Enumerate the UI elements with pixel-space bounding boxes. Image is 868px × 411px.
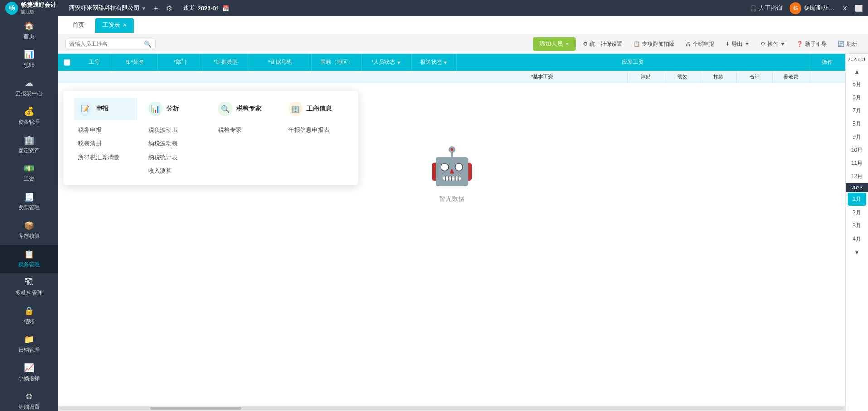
tax-icon: 📋 [24,249,34,259]
operate-icon: ⚙ [761,41,766,47]
calendar-months-current: 1月2月3月4月 [846,192,868,246]
menu-col-shenb: 📝 申报 税务申报税表清册所得税汇算清缴 [71,98,141,178]
guide-icon: ❓ [796,41,803,47]
main-layout: 🏠首页📊总账☁云报表中心💰资金管理🏢固定资产💵工资🧾发票管理📦库存核算📋税务管理… [0,16,868,411]
settings-icon-button[interactable]: ⚙ [164,3,174,14]
calendar-icon[interactable]: 📅 [222,5,229,12]
calendar-nav-down[interactable]: ▼ [846,246,868,258]
sub-col-performance: 绩效 [664,71,700,83]
guide-button[interactable]: ❓ 新手引导 [793,39,830,50]
refresh-button[interactable]: 🔄 刷新 [834,39,861,50]
cal-month-3月[interactable]: 3月 [846,219,868,232]
sidebar-item-tax[interactable]: 📋税务管理 [0,245,58,273]
col-send-status: 报送状态 ▼ [412,54,457,71]
sidebar-item-report[interactable]: 📈小畅报销 [0,358,58,387]
invoice-icon: 🧾 [24,192,34,202]
add-company-button[interactable]: ＋ [150,3,161,14]
sidebar-label-home: 首页 [24,33,34,40]
scroll-track[interactable] [60,407,844,410]
tab-home[interactable]: 首页 [65,17,92,34]
special-deduction-button[interactable]: 📋 专项附加扣除 [630,39,678,50]
scroll-thumb[interactable] [150,407,241,410]
toolbar-right: 添加人员 ▼ ⚙ 统一社保设置 📋 专项附加扣除 🖨 个税申报 ⬇ 导出 [533,37,861,51]
empty-illustration: 🤖 [429,145,475,188]
sidebar-item-close[interactable]: 🔒结账 [0,301,58,330]
cal-month-11月[interactable]: 11月 [846,157,868,170]
col-action: 操作 [809,54,845,71]
company-selector[interactable]: 西安虾米网络科技有限公司 ▼ [69,4,146,12]
sidebar-item-assets[interactable]: 🏢固定资产 [0,131,58,159]
cal-month-7月[interactable]: 7月 [846,104,868,117]
sidebar-label-settings: 基础设置 [18,403,40,411]
social-insurance-button[interactable]: ⚙ 统一社保设置 [579,39,626,50]
calendar-nav-up[interactable]: ▲ [846,65,868,78]
menu-title-zhuanjia: 税检专家 [236,105,262,113]
calendar-year-2023: 2023 [846,183,868,192]
sidebar-item-funds[interactable]: 💰资金管理 [0,102,58,131]
toolbar: 🔍 添加人员 ▼ ⚙ 统一社保设置 📋 专项附加扣除 🖨 个税申报 [58,34,868,54]
special-icon: 📋 [633,41,640,47]
select-all-checkbox[interactable] [64,59,70,66]
sidebar-item-inventory[interactable]: 📦库存核算 [0,216,58,245]
sidebar-item-settings[interactable]: ⚙基础设置 [0,387,58,411]
menu-grid: 📝 申报 税务申报税表清册所得税汇算清缴 📊 分析 税负波动表纳税波动表纳税统计… [71,98,351,178]
sidebar-item-invoice[interactable]: 🧾发票管理 [0,188,58,216]
sidebar-label-ledger: 总账 [24,61,34,69]
sidebar-item-cloud[interactable]: ☁云报表中心 [0,73,58,102]
cal-month-4月[interactable]: 4月 [846,232,868,246]
menu-col-zhuanjia: 🔍 税检专家 税检专家 [211,98,281,178]
cal-month-8月[interactable]: 8月 [846,117,868,131]
tab-salary[interactable]: 工资表 × [95,18,134,33]
sidebar-item-ledger[interactable]: 📊总账 [0,45,58,73]
menu-title-shenb: 申报 [96,105,109,113]
menu-item-纳税波动表[interactable]: 纳税波动表 [145,137,208,150]
content-area: 首页 工资表 × 🔍 添加人员 ▼ ⚙ 统一社保设置 [58,16,868,411]
cal-month-1月[interactable]: 1月 [848,193,866,206]
user-info[interactable]: 畅 畅捷通8组… [790,2,834,14]
calendar-year-display: 2023.01 [846,54,868,65]
col-name[interactable]: ⇅ *姓名 [112,54,158,71]
menu-item-税务申报[interactable]: 税务申报 [74,123,137,137]
sidebar-item-salary[interactable]: 💵工资 [0,159,58,188]
tax-filing-button[interactable]: 🖨 个税申报 [682,39,718,50]
table-header: 工号 ⇅ *姓名 *部门 *证据类型 *证据号码 国籍（地区） *人员状态 ▼ … [58,54,845,71]
sidebar-item-multi[interactable]: 🏗多机构管理 [0,273,58,301]
menu-item-税表清册[interactable]: 税表清册 [74,137,137,150]
menu-item-年报信息申报表[interactable]: 年报信息申报表 [285,123,348,137]
search-input[interactable] [69,41,142,47]
app-edition: 旗舰版 [21,9,56,15]
horizontal-scrollbar[interactable] [58,406,845,411]
cal-month-2月[interactable]: 2月 [846,206,868,219]
cal-month-5月[interactable]: 5月 [846,78,868,91]
menu-header-fenxi: 📊 分析 [145,98,208,120]
cal-month-9月[interactable]: 9月 [846,131,868,144]
header-checkbox-cell[interactable] [58,54,76,71]
send-status-filter-icon[interactable]: ▼ [443,60,448,65]
user-name: 畅捷通8组… [804,5,834,12]
operate-button[interactable]: ⚙ 操作 ▼ [757,39,789,50]
menu-item-税检专家[interactable]: 税检专家 [214,123,277,137]
headset-icon: 🎧 [750,5,757,12]
col-nationality: 国籍（地区） [312,54,362,71]
sidebar-item-home[interactable]: 🏠首页 [0,16,58,45]
cal-month-6月[interactable]: 6月 [846,91,868,104]
menu-item-税负波动表[interactable]: 税负波动表 [145,123,208,137]
help-button[interactable]: 🎧 人工咨询 [750,4,782,12]
menu-item-所得税汇算清缴[interactable]: 所得税汇算清缴 [74,150,137,164]
person-status-filter-icon[interactable]: ▼ [396,60,401,65]
sidebar-label-funds: 资金管理 [18,118,40,126]
cal-month-12月[interactable]: 12月 [846,170,868,183]
refresh-label: 刷新 [846,40,857,48]
tab-close-icon[interactable]: × [123,21,126,29]
close-icon: 🔒 [24,306,34,316]
sidebar-item-archive[interactable]: 📁归档管理 [0,330,58,358]
close-window-button[interactable]: ✕ [842,4,848,13]
menu-item-收入测算[interactable]: 收入测算 [145,164,208,178]
add-person-button[interactable]: 添加人员 ▼ [533,37,576,51]
calendar-down-button[interactable]: ▼ [853,247,861,256]
export-button[interactable]: ⬇ 导出 ▼ [722,39,753,50]
cal-month-10月[interactable]: 10月 [846,144,868,157]
calendar-up-button[interactable]: ▲ [853,67,861,76]
menu-item-纳税统计表[interactable]: 纳税统计表 [145,150,208,164]
restore-window-button[interactable]: ⬜ [855,5,863,12]
